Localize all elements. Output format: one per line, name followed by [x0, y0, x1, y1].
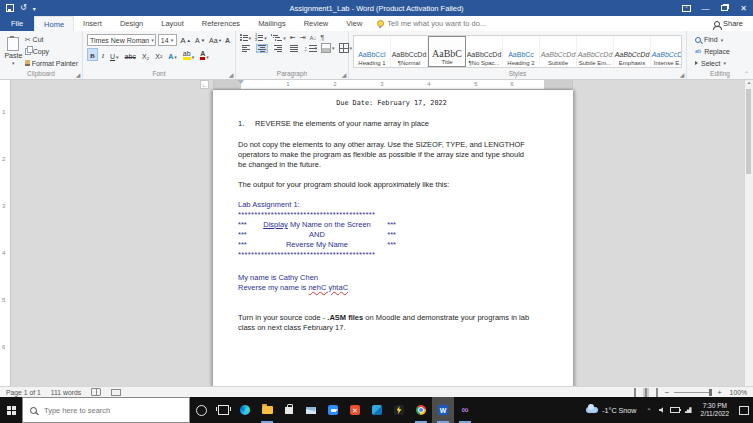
text-effects-button[interactable]: A▾	[166, 49, 179, 60]
style-subtitle[interactable]: AaBbCcDdSubtitle	[540, 36, 577, 67]
paste-button[interactable]: Paste ▾	[4, 34, 23, 69]
tab-selector[interactable]: ∟	[200, 80, 209, 89]
clipboard-dialog-launcher-icon[interactable]: ◢	[75, 72, 81, 78]
indent-marker[interactable]	[238, 80, 244, 84]
zoom-in-button[interactable]: +	[717, 388, 722, 397]
task-view-button[interactable]	[212, 397, 234, 423]
multilevel-list-button[interactable]: ▾	[271, 34, 286, 41]
tab-home[interactable]: Home	[34, 16, 74, 31]
style-heading-1[interactable]: AaBbCcIHeading 1	[354, 36, 391, 67]
orange-app-taskbar-button[interactable]: ✕	[344, 397, 366, 423]
style-no-spacing[interactable]: AaBbCcDd¶No Spac...	[466, 36, 503, 67]
numbering-button[interactable]: 123▾	[255, 34, 267, 41]
copy-button[interactable]: Copy	[25, 48, 78, 55]
word-taskbar-button[interactable]: W	[432, 397, 454, 423]
vscode-taskbar-button[interactable]	[366, 397, 388, 423]
align-right-button[interactable]	[272, 44, 284, 53]
web-layout-button[interactable]	[654, 388, 660, 397]
horizontal-ruler[interactable]: 1 2 3 4 5 6	[213, 79, 573, 90]
replace-button[interactable]: abReplace	[695, 48, 749, 55]
tell-me-box[interactable]: Tell me what you want to do...	[377, 16, 486, 31]
taskbar-search[interactable]	[22, 397, 190, 423]
store-taskbar-button[interactable]	[278, 397, 300, 423]
tab-layout[interactable]: Layout	[152, 16, 193, 31]
battery-button[interactable]	[669, 407, 682, 413]
mail-taskbar-button[interactable]	[300, 397, 322, 423]
sort-button[interactable]: A↓	[310, 35, 317, 41]
line-spacing-button[interactable]: ↕▾	[304, 45, 317, 52]
cut-button[interactable]: ✂Cut	[25, 36, 78, 43]
clear-formatting-button[interactable]: A	[224, 37, 231, 44]
tab-file[interactable]: File	[0, 16, 34, 31]
network-button[interactable]	[682, 407, 695, 413]
styles-dialog-launcher-icon[interactable]: ◢	[679, 72, 685, 78]
paragraph-dialog-launcher-icon[interactable]: ◢	[341, 72, 347, 78]
shading-button[interactable]: ▾	[321, 43, 335, 53]
shrink-font-button[interactable]: A▼	[194, 37, 206, 44]
zoom-level[interactable]: 100%	[727, 389, 747, 396]
style-title[interactable]: AaBbCTitle	[428, 36, 466, 67]
zoom-slider[interactable]	[674, 392, 712, 393]
proofing-status-icon[interactable]	[91, 388, 101, 396]
tab-view[interactable]: View	[337, 16, 371, 31]
action-center-button[interactable]	[735, 406, 753, 415]
zoom-out-button[interactable]: −	[665, 388, 670, 397]
vertical-ruler[interactable]: 1 2 3 4 5 6	[0, 79, 11, 386]
minimize-button[interactable]: —	[696, 0, 715, 16]
tab-references[interactable]: References	[193, 16, 249, 31]
style-normal[interactable]: AaBbCcDd¶Normal	[391, 36, 428, 67]
customize-qat-icon[interactable]: ▾	[33, 5, 36, 12]
find-button[interactable]: Find▾	[695, 36, 749, 43]
tab-insert[interactable]: Insert	[74, 16, 111, 31]
font-name-select[interactable]: Times New Roman▾	[87, 34, 156, 46]
strikethrough-button[interactable]: abc	[123, 49, 138, 60]
underline-button[interactable]: U▾	[108, 49, 121, 60]
language-icon[interactable]	[111, 389, 121, 396]
align-center-button[interactable]	[256, 44, 268, 53]
superscript-button[interactable]: X²	[153, 49, 164, 60]
word-count[interactable]: 111 words	[51, 389, 81, 396]
format-painter-button[interactable]: Format Painter	[25, 60, 78, 67]
select-button[interactable]: Select▾	[695, 60, 749, 67]
highlight-button[interactable]: ab▾	[181, 49, 196, 60]
tab-mailings[interactable]: Mailings	[249, 16, 295, 31]
font-color-button[interactable]: A▾	[198, 49, 211, 60]
style-subtle-emphasis[interactable]: AaBbCcDdSubtle Em...	[577, 36, 614, 67]
grow-font-button[interactable]: A▲	[179, 36, 192, 45]
page-count[interactable]: Page 1 of 1	[6, 389, 41, 396]
restore-button[interactable]	[715, 0, 734, 16]
start-button[interactable]	[0, 397, 22, 423]
read-mode-button[interactable]	[632, 388, 638, 397]
zoom-taskbar-button[interactable]	[322, 397, 344, 423]
scrollbar-thumb[interactable]	[746, 89, 751, 174]
weather-widget[interactable]: -1°C Snow	[580, 406, 642, 415]
show-marks-button[interactable]: ¶	[321, 34, 325, 41]
undo-icon[interactable]: ↺	[20, 4, 27, 12]
print-layout-button[interactable]	[643, 388, 649, 397]
chrome-taskbar-button[interactable]	[410, 397, 432, 423]
ribbon-display-options-button[interactable]: ^	[677, 0, 696, 16]
search-input[interactable]	[42, 405, 182, 416]
save-icon[interactable]	[6, 4, 14, 12]
style-emphasis[interactable]: AaBbCcDdEmphasis	[614, 36, 651, 67]
close-button[interactable]: ✕	[734, 0, 753, 16]
style-heading-2[interactable]: AaBbCcHeading 2	[503, 36, 540, 67]
justify-button[interactable]	[288, 44, 300, 53]
font-size-select[interactable]: 14▾	[158, 34, 177, 46]
hidden-icons-button[interactable]: ⌃	[643, 407, 656, 414]
scroll-up-icon[interactable]: ▲	[745, 80, 753, 85]
volume-button[interactable]	[656, 407, 669, 413]
collapse-ribbon-icon[interactable]: ⌃	[744, 70, 749, 77]
decrease-indent-button[interactable]: ⇤	[290, 34, 296, 41]
cortana-button[interactable]	[190, 397, 212, 423]
change-case-button[interactable]: Aa▾	[208, 37, 222, 44]
clock[interactable]: 7:30 PM 2/11/2022	[695, 402, 735, 418]
visual-studio-taskbar-button[interactable]: ∞	[454, 397, 476, 423]
bold-button[interactable]: B	[87, 48, 98, 61]
tab-design[interactable]: Design	[111, 16, 152, 31]
font-dialog-launcher-icon[interactable]: ◢	[228, 72, 234, 78]
bullets-button[interactable]: ▾	[240, 34, 251, 41]
subscript-button[interactable]: X₂	[140, 49, 151, 60]
share-button[interactable]: Share	[704, 16, 753, 31]
increase-indent-button[interactable]: ⇥	[300, 34, 306, 41]
